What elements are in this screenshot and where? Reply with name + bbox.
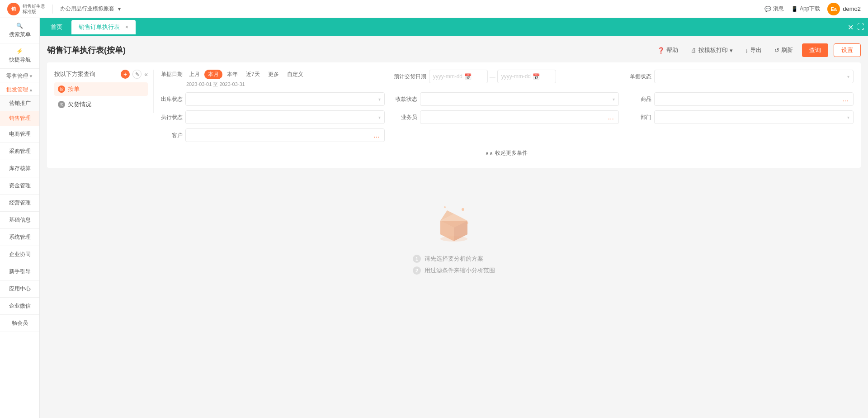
help-btn[interactable]: ❓ 帮助 [654, 44, 682, 56]
query-btn[interactable]: 查询 [802, 43, 828, 57]
sidebar-item-system[interactable]: 系统管理 [0, 229, 39, 246]
page-inner: 销售订单执行表(按单) ❓ 帮助 🖨 按模板打印 ▾ ↓ [40, 36, 868, 309]
date-btn-自定义[interactable]: 自定义 [283, 70, 307, 79]
main-layout: 🔍 搜索菜单 ⚡ 快捷导航 零售管理 ▼ 批发管理 ▲ 营销推广 销售管理 电商… [0, 18, 868, 418]
status-label: 单据状态 [628, 73, 651, 81]
filter-section-title: 按以下方案查询 [54, 70, 95, 78]
expected-date-end[interactable]: yyyy-mm-dd 📅 [497, 70, 556, 83]
collection-status-label: 收款状态 [394, 95, 417, 103]
filter-add-btn[interactable]: + [121, 70, 130, 79]
filter-left-actions: + ✎ « [121, 70, 148, 79]
status-select[interactable]: ▾ [654, 70, 854, 83]
sidebar-item-wechat[interactable]: 企业微信 [0, 298, 39, 315]
sidebar-item-apps[interactable]: 应用中心 [0, 280, 39, 298]
date-btn-更多[interactable]: 更多 [264, 70, 283, 79]
filter-edit-btn[interactable]: ✎ [132, 70, 142, 79]
quicknav-icon: ⚡ [16, 48, 23, 54]
delivery-arrow-icon: ▾ [378, 97, 381, 102]
sidebar-item-operations[interactable]: 经营管理 [0, 195, 39, 212]
filter-row3: 执行状态 ▾ 业务员 … [159, 110, 854, 124]
page-content: 销售订单执行表(按单) ❓ 帮助 🖨 按模板打印 ▾ ↓ [40, 36, 868, 418]
top-bar-right: 💬 消息 📱 App下载 Ea demo2 [764, 3, 861, 15]
tab-bar-actions: ✕ ⛶ [848, 23, 864, 32]
logo-text: 销售好生意 标准版 [23, 4, 45, 14]
plan-item-按单[interactable]: 按 按单 [54, 82, 148, 96]
collection-status-select[interactable]: ▾ [420, 92, 619, 106]
empty-step-1: 1 请先选择要分析的方案 [413, 255, 495, 263]
goods-dots-icon: … [842, 95, 849, 103]
department-label: 部门 [628, 114, 651, 121]
top-bar-title: 办公用品行业模拟账套 [60, 5, 114, 13]
collapse-chevron-icon: ∧∧ [485, 150, 493, 157]
sidebar-item-search[interactable]: 🔍 搜索菜单 [0, 18, 39, 43]
tab-sales-execution[interactable]: 销售订单执行表 × [71, 20, 136, 34]
date-btn-近7天[interactable]: 近7天 [242, 70, 264, 79]
delivery-status-select[interactable]: ▾ [185, 92, 385, 106]
filter-row: 按以下方案查询 + ✎ « 按 按单 [54, 70, 854, 161]
customer-label: 客户 [159, 132, 183, 139]
tab-close-btn[interactable]: ✕ [848, 23, 854, 32]
export-icon: ↓ [745, 47, 749, 54]
goods-input[interactable]: … [654, 92, 854, 106]
sidebar-item-newbie[interactable]: 新手引导 [0, 263, 39, 280]
sidebar-item-marketing[interactable]: 营销推广 [0, 96, 39, 111]
print-icon: 🖨 [691, 47, 697, 54]
collapse-more-btn[interactable]: ∧∧ 收起更多条件 [159, 146, 854, 161]
date-btn-本年[interactable]: 本年 [223, 70, 241, 79]
sidebar-item-sales[interactable]: 销售管理 [0, 111, 39, 126]
sidebar-item-basic[interactable]: 基础信息 [0, 212, 39, 229]
sidebar-item-retail[interactable]: 零售管理 ▼ [0, 69, 39, 82]
print-dropdown-icon: ▾ [730, 47, 733, 54]
tab-maximize-btn[interactable]: ⛶ [857, 23, 864, 31]
refresh-btn[interactable]: ↺ 刷新 [771, 44, 797, 56]
sidebar-item-finance[interactable]: 资金管理 [0, 177, 39, 195]
message-icon: 💬 [764, 6, 771, 12]
filter-row4: 客户 … [159, 128, 854, 142]
tab-bar: 首页 销售订单执行表 × ✕ ⛶ [40, 18, 868, 36]
date-dash: — [490, 73, 495, 80]
export-btn[interactable]: ↓ 导出 [742, 44, 766, 56]
empty-step-2: 2 用过滤条件来缩小分析范围 [413, 266, 495, 275]
top-bar-left: 销 销售好生意 标准版 办公用品行业模拟账套 ▾ [7, 3, 121, 15]
department-select[interactable]: ▾ [654, 110, 854, 124]
tab-home[interactable]: 首页 [43, 20, 70, 34]
execution-status-label: 执行状态 [159, 114, 183, 121]
filter-collapse-btn[interactable]: « [144, 71, 148, 78]
sidebar-item-member[interactable]: 畅会员 [0, 315, 39, 332]
logo-area: 销 销售好生意 标准版 [7, 3, 45, 15]
plan-item-欠货情况[interactable]: 欠 欠货情况 [54, 98, 148, 111]
page-header: 销售订单执行表(按单) ❓ 帮助 🖨 按模板打印 ▾ ↓ [47, 43, 861, 57]
content-area: 首页 销售订单执行表 × ✕ ⛶ 销售订单执行表(按单) ❓ [40, 18, 868, 418]
user-info[interactable]: Ea demo2 [827, 3, 861, 15]
sidebar-item-purchase[interactable]: 采购管理 [0, 143, 39, 160]
date-btn-本月[interactable]: 本月 [204, 70, 222, 79]
top-bar-dropdown[interactable]: ▾ [118, 6, 121, 12]
filter-panel: 按以下方案查询 + ✎ « 按 按单 [47, 62, 861, 168]
filter-row2: 出库状态 ▾ 收款状态 [159, 92, 854, 106]
execution-status-select[interactable]: ▾ [185, 110, 385, 124]
execution-arrow-icon: ▾ [378, 115, 381, 120]
sidebar-item-enterprise[interactable]: 企业协同 [0, 246, 39, 263]
settings-btn[interactable]: 设置 [834, 43, 861, 57]
print-template-btn[interactable]: 🖨 按模板打印 ▾ [687, 44, 736, 56]
expected-date-start[interactable]: yyyy-mm-dd 📅 [429, 70, 488, 83]
help-icon: ❓ [657, 47, 665, 54]
salesperson-input[interactable]: … [420, 110, 619, 124]
sidebar-item-wholesale[interactable]: 批发管理 ▲ [0, 82, 39, 96]
date-range-text: 2023-03-01 至 2023-03-31 [159, 81, 385, 88]
tab-close-icon[interactable]: × [125, 24, 128, 30]
message-btn[interactable]: 💬 消息 [764, 5, 784, 13]
collection-arrow-icon: ▾ [613, 97, 615, 102]
expected-date-filter: 预计交货日期 yyyy-mm-dd 📅 — [394, 70, 619, 88]
sidebar-item-inventory[interactable]: 库存核算 [0, 160, 39, 177]
date-filter: 单据日期 上月 本月 本年 近7天 更多 自定义 [159, 70, 385, 88]
user-name: demo2 [843, 5, 861, 12]
date-btn-上月[interactable]: 上月 [185, 70, 203, 79]
sidebar-item-quicknav[interactable]: ⚡ 快捷导航 [0, 43, 39, 69]
app-download-btn[interactable]: 📱 App下载 [791, 5, 820, 13]
sidebar-item-ecommerce[interactable]: 电商管理 [0, 126, 39, 143]
empty-state: 1 请先选择要分析的方案 2 用过滤条件来缩小分析范围 [47, 173, 861, 302]
wholesale-expand-icon: ▲ [29, 87, 33, 92]
customer-input[interactable]: … [185, 128, 385, 142]
top-bar: 销 销售好生意 标准版 办公用品行业模拟账套 ▾ 💬 消息 📱 App下载 Ea… [0, 0, 868, 18]
